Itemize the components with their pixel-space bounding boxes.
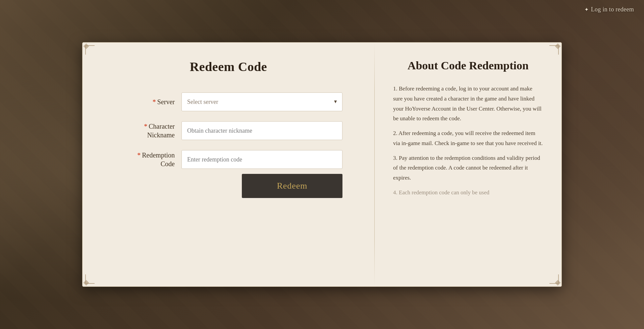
nickname-row: *CharacterNickname [114,121,342,140]
nickname-input-wrapper [181,121,342,140]
server-label: *Server [114,97,175,106]
server-select[interactable]: Select server Asia Europe America TW/HK/… [181,92,342,111]
nickname-input[interactable] [181,121,342,140]
btn-spacer [181,169,242,198]
info-item-3: 3. Pay attention to the redemption condi… [393,153,543,183]
btn-inner: Redeem [242,169,342,198]
server-select-wrapper: Select server Asia Europe America TW/HK/… [181,92,342,111]
top-bar: ✦ Log in to redeem [574,0,644,19]
info-title: About Code Redemption [393,59,543,72]
server-row: *Server Select server Asia Europe Americ… [114,92,342,111]
code-input-wrapper [181,150,342,169]
login-star-icon: ✦ [584,6,589,13]
code-label: *RedemptionCode [114,151,175,168]
server-required-star: * [153,98,156,106]
code-required-star: * [137,151,141,159]
code-input[interactable] [181,150,342,169]
info-text-body: 1. Before redeeming a code, log in to yo… [393,84,543,198]
server-input-wrapper: Select server Asia Europe America TW/HK/… [181,92,342,111]
login-text: Log in to redeem [591,6,634,13]
form-title: Redeem Code [190,59,267,74]
redeem-button-label: Redeem [277,181,307,191]
form-body: *Server Select server Asia Europe Americ… [114,92,342,169]
info-item-1: 1. Before redeeming a code, log in to yo… [393,84,543,124]
main-card: Redeem Code *Server Select server Asia E… [82,42,562,287]
login-link[interactable]: ✦ Log in to redeem [584,6,634,13]
left-panel: Redeem Code *Server Select server Asia E… [83,43,374,286]
button-row: Redeem [114,169,342,198]
info-item-2: 2. After redeeming a code, you will rece… [393,128,543,148]
right-panel: About Code Redemption 1. Before redeemin… [375,43,561,286]
code-row: *RedemptionCode [114,150,342,169]
nickname-label: *CharacterNickname [114,122,175,139]
info-item-4: 4. Each redemption code can only be used [393,188,543,198]
redeem-button[interactable]: Redeem [242,174,342,198]
nickname-required-star: * [144,123,147,130]
